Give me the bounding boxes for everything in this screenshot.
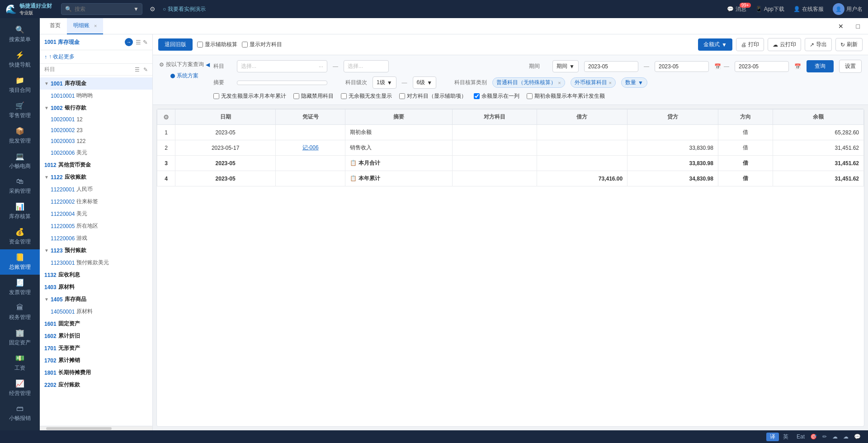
tree-item-11220005[interactable]: 11220005 所在地区 <box>40 220 152 232</box>
sidebar-item-salary[interactable]: 💵 工资 <box>0 350 40 376</box>
period-type-select[interactable]: 期间 ▼ <box>552 60 579 72</box>
sidebar-item-search[interactable]: 🔍 搜索菜单 <box>0 22 40 47</box>
demo-link[interactable]: ○ 我要看实例演示 <box>163 5 206 13</box>
bottom-bar-eat[interactable]: Eat <box>797 433 805 440</box>
print-btn[interactable]: 🖨 打印 <box>736 38 764 51</box>
tree-item-11220002[interactable]: 11220002 往来标签 <box>40 195 152 208</box>
calendar-icon-end[interactable]: 📅 <box>794 63 801 70</box>
search-box[interactable]: 🔍 ▼ <box>61 3 142 15</box>
close-button[interactable]: ✕ <box>834 20 848 32</box>
tree-list-icon[interactable]: ☰ <box>135 67 140 73</box>
cloud-print-btn[interactable]: ☁ 云打印 <box>768 38 801 51</box>
tree-item-1702[interactable]: 1702 累计摊销 <box>40 354 152 367</box>
cb-hide-disabled-input[interactable] <box>293 93 299 99</box>
tree-item-10020006[interactable]: 10020006 美元 <box>40 147 152 159</box>
tree-item-1405[interactable]: ▼ 1405 库存商品 <box>40 293 152 305</box>
tree-item-14050001[interactable]: 14050001 原材料 <box>40 305 152 318</box>
tree-item-1701[interactable]: 1701 无形资产 <box>40 342 152 354</box>
col-settings[interactable]: ⚙ <box>157 110 175 125</box>
tab-detail[interactable]: 明细账 × <box>67 18 103 34</box>
app-download-btn[interactable]: 📱 App下载 <box>755 5 784 13</box>
sidebar-item-project[interactable]: 📁 项目合同 <box>0 72 40 98</box>
scheme-settings-icon[interactable]: ⚙ <box>159 62 164 68</box>
cb-balance-col-input[interactable] <box>474 93 480 99</box>
bottom-bar-translate[interactable]: 译 英 <box>766 433 791 441</box>
tree-item-10020001[interactable]: 10020001 12 <box>40 114 152 125</box>
sidebar-item-ecommerce[interactable]: 💻 小畅电商 <box>0 148 40 174</box>
cb-initial[interactable]: 期初余额显示本年累计发生额 <box>527 92 605 100</box>
bottom-bar-msg[interactable]: 💬 <box>854 433 861 440</box>
show-contra-checkbox[interactable]: 显示对方科目 <box>242 41 282 48</box>
scheme-collapse-icon[interactable]: ◀ <box>206 62 210 68</box>
tree-item-11220004[interactable]: 11220004 美元 <box>40 208 152 220</box>
tree-item-1602[interactable]: 1602 累计折旧 <box>40 330 152 342</box>
sidebar-item-invoice[interactable]: 🧾 发票管理 <box>0 275 40 300</box>
sidebar-item-basic[interactable]: ℹ 基础信息 <box>0 426 40 430</box>
period-end-input[interactable]: 2023-05 <box>655 61 709 72</box>
bottom-bar-edit[interactable]: ✏ <box>822 433 827 440</box>
search-dropdown-icon[interactable]: ▼ <box>133 6 139 12</box>
account-to-input[interactable]: 选择... <box>344 60 389 72</box>
tree-item-10010001[interactable]: 10010001 哟哟哟 <box>40 90 152 102</box>
level-to-select[interactable]: 6级 ▼ <box>413 76 437 89</box>
maximize-button[interactable]: □ <box>852 20 864 32</box>
tree-menu-icon[interactable]: ☰ <box>136 39 141 46</box>
tree-item-1122[interactable]: ▼ 1122 应收账款 <box>40 171 152 183</box>
calendar-icon-start[interactable]: 📅 <box>714 63 721 70</box>
h-scrollbar[interactable] <box>40 426 152 430</box>
bottom-bar-cloud1[interactable]: ☁ <box>832 433 838 440</box>
lang-btn[interactable]: 英 <box>780 433 791 441</box>
table-cell[interactable]: 记-006 <box>276 140 345 156</box>
expand-btn[interactable]: → <box>125 38 133 46</box>
tree-item-10020002[interactable]: 10020002 23 <box>40 125 152 136</box>
tree-edit-icon[interactable]: ✎ <box>143 39 148 46</box>
tree-item-1132[interactable]: 1132 应收利息 <box>40 269 152 281</box>
scheme-system[interactable]: 系统方案 <box>170 72 198 80</box>
cb-contra[interactable]: 对方科目（显示辅助项） <box>399 92 467 100</box>
tree-item-2202[interactable]: 2202 应付账款 <box>40 379 152 391</box>
refresh-btn[interactable]: ↻ 刷新 <box>835 38 863 51</box>
back-old-version-btn[interactable]: 退回旧版 <box>158 38 193 51</box>
tree-item-1123[interactable]: ▼ 1123 预付账款 <box>40 244 152 257</box>
query-btn[interactable]: 查询 <box>807 60 834 72</box>
online-service-btn[interactable]: 👤 在线客服 <box>793 5 824 13</box>
tree-item-1801[interactable]: 1801 长期待摊费用 <box>40 367 152 379</box>
settings-icon[interactable]: ⚙ <box>150 5 156 13</box>
col-settings-icon[interactable]: ⚙ <box>163 114 169 121</box>
cb-initial-input[interactable] <box>527 93 533 99</box>
cb-no-balance[interactable]: 无发生额显示本月本年累计 <box>213 92 286 100</box>
cb-balance-col[interactable]: 余额显示在一列 <box>474 92 519 100</box>
period-start-input[interactable]: 2023-05 <box>584 61 638 72</box>
tree-item-11220006[interactable]: 11220006 游戏 <box>40 232 152 244</box>
account-filter-input[interactable]: 选择... ··· <box>237 60 327 72</box>
export-btn[interactable]: ↗ 导出 <box>805 38 832 51</box>
tag-close-0[interactable]: × <box>558 80 561 86</box>
sidebar-item-tax[interactable]: 🏛 税务管理 <box>0 300 40 325</box>
settings-btn[interactable]: 设置 <box>839 60 862 73</box>
sidebar-item-quick-nav[interactable]: ⚡ 快捷导航 <box>0 47 40 72</box>
tag-dropdown-2[interactable]: ▼ <box>638 80 643 86</box>
sidebar-item-inventory[interactable]: 📊 库存核算 <box>0 199 40 224</box>
level-from-select[interactable]: 1级 ▼ <box>373 76 396 89</box>
more-btn[interactable]: ↑ ↑ 收起更多 <box>44 53 75 61</box>
cb-hide-disabled[interactable]: 隐藏禁用科目 <box>293 92 334 100</box>
tree-item-1403[interactable]: 1403 原材料 <box>40 281 152 293</box>
sidebar-item-purchase[interactable]: 🛍 采购管理 <box>0 174 40 199</box>
show-contra-input[interactable] <box>242 42 248 48</box>
tree-item-1002[interactable]: ▼ 1002 银行存款 <box>40 102 152 114</box>
tree-item-10020003[interactable]: 10020003 122 <box>40 136 152 147</box>
show-aux-input[interactable] <box>197 42 203 48</box>
sidebar-item-retail[interactable]: 🛒 零售管理 <box>0 98 40 123</box>
tree-item-1012[interactable]: 1012 其他货币资金 <box>40 159 152 171</box>
tree-item-11230001[interactable]: 11230001 预付账款美元 <box>40 257 152 269</box>
tag-close-1[interactable]: × <box>609 80 612 86</box>
sidebar-item-wholesale[interactable]: 📦 批发管理 <box>0 123 40 148</box>
cb-no-balance-input[interactable] <box>213 93 219 99</box>
sidebar-item-accounting[interactable]: 📒 总账管理 <box>0 249 40 275</box>
sidebar-item-operations[interactable]: 📈 经营管理 <box>0 376 40 401</box>
tree-item-11220001[interactable]: 11220001 人民币 <box>40 183 152 195</box>
tab-close-icon[interactable]: × <box>94 23 97 29</box>
period-end2-input[interactable]: 2023-05 <box>735 61 789 72</box>
sidebar-item-finance[interactable]: 💰 资金管理 <box>0 224 40 249</box>
tab-home[interactable]: 首页 <box>43 18 67 34</box>
